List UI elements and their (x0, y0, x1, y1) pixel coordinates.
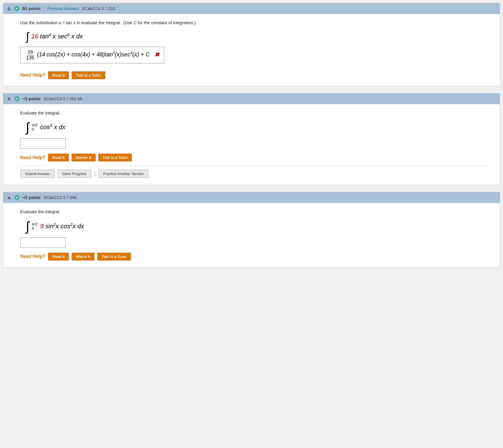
q3-bounds: π/2 0 (32, 123, 38, 131)
q4-read-it-button[interactable]: Read It (48, 253, 69, 260)
q2-separator: | (44, 6, 45, 11)
q2-red-16: 16 (31, 33, 38, 40)
q3-text: Evaluate the integral. (20, 110, 488, 116)
q3-integrand: cos5 x dx (40, 123, 65, 131)
q2-number: 2. (8, 6, 11, 11)
q3-lower-bound: 0 (32, 127, 38, 131)
question-4: 4. + –/1 points SCalcCC4 5.7.006. Evalua… (3, 192, 500, 268)
q4-points: –/1 points (22, 195, 41, 200)
q2-prev-answers-link[interactable]: Previous Answers (48, 6, 79, 11)
question-4-header: 4. + –/1 points SCalcCC4 5.7.006. (3, 192, 500, 203)
q3-action-row: Submit Answer Save Progress | Practice A… (20, 166, 488, 178)
q2-talk-tutor-button[interactable]: Talk to a Tutor (72, 71, 105, 79)
question-3-header: 3. + –/1 points SCalcCC4 5.7.002.MI. (3, 93, 500, 104)
q3-save-button[interactable]: Save Progress (57, 170, 91, 178)
q3-read-it-button[interactable]: Read It (48, 154, 69, 161)
q4-red-9: 9 (40, 223, 44, 230)
q4-talk-tutor-button[interactable]: Talk to a Tutor (97, 253, 131, 260)
q4-lower-bound: 0 (32, 226, 38, 231)
question-3: 3. + –/1 points SCalcCC4 5.7.002.MI. Eva… (3, 93, 500, 185)
q3-plus-icon: + (14, 96, 19, 101)
q2-answer-display: 16 135 (14 cos(2x) + cos(4x) + 48)tan5(x… (20, 47, 164, 63)
q4-text: Evaluate the integral. (20, 209, 488, 215)
q2-integrand: 16 tan4 x sec6 x dx (31, 32, 83, 40)
q3-body: Evaluate the integral. ∫ π/2 0 cos5 x dx… (3, 104, 500, 185)
q3-divider: | (94, 171, 96, 177)
question-2-header: 2. + 0/1 points | Previous Answers SCalc… (3, 3, 500, 14)
q4-answer-container (20, 237, 488, 248)
q2-integral-sign: ∫ (26, 31, 29, 42)
q2-need-help-label: Need Help? (20, 73, 45, 78)
q4-integral-sign: ∫ (26, 220, 30, 233)
q2-need-help-row: Need Help? Read It Talk to a Tutor (20, 71, 488, 79)
q4-plus-icon: + (14, 195, 19, 200)
q4-integral: ∫ π/2 0 9 sin2x cos2x dx (26, 220, 488, 233)
q2-body: Use the substitution u = tan x to evalua… (3, 14, 500, 86)
q4-integrand: 9 sin2x cos2x dx (40, 222, 84, 230)
q2-plus-icon: + (14, 6, 19, 11)
q4-need-help-label: Need Help? (20, 254, 45, 259)
q2-wrong-icon: ✖ (154, 51, 159, 57)
q2-read-it-button[interactable]: Read It (48, 71, 69, 79)
q2-text: Use the substitution u = tan x to evalua… (20, 20, 488, 26)
q3-integral-sign: ∫ (26, 121, 30, 134)
q2-points: 0/1 points (22, 6, 41, 11)
q3-upper-bound: π/2 (32, 123, 38, 127)
q3-master-it-button[interactable]: Master It (72, 154, 95, 161)
q3-talk-tutor-button[interactable]: Talk to a Tutor (98, 154, 132, 161)
q4-answer-input[interactable] (20, 237, 66, 248)
q2-code-ref: SCalcCC4 5.7.010. (82, 6, 116, 11)
q3-number: 3. (8, 96, 11, 101)
q3-need-help-label: Need Help? (20, 155, 45, 160)
q4-number: 4. (8, 195, 11, 200)
q4-watch-it-button[interactable]: Watch It (72, 253, 94, 260)
q3-points: –/1 points (22, 96, 41, 101)
q3-code-ref: SCalcCC4 5.7.002.MI. (44, 96, 83, 101)
q3-need-help-row: Need Help? Read It Master It Talk to a T… (20, 154, 488, 161)
q3-answer-input[interactable] (20, 138, 66, 149)
q4-code-ref: SCalcCC4 5.7.006. (44, 195, 78, 200)
q2-integral: ∫ 16 tan4 x sec6 x dx (26, 31, 488, 42)
q2-answer-formula: (14 cos(2x) + cos(4x) + 48)tan5(x)sec4(x… (37, 51, 151, 57)
q3-answer-container (20, 138, 488, 149)
q2-frac: 16 135 (26, 49, 35, 61)
q3-submit-button[interactable]: Submit Answer (20, 170, 55, 178)
q4-need-help-row: Need Help? Read It Watch It Talk to a Tu… (20, 253, 488, 260)
q3-practice-button[interactable]: Practice Another Version (98, 170, 149, 178)
q4-bounds: π/2 0 (32, 222, 38, 231)
q3-integral: ∫ π/2 0 cos5 x dx (26, 121, 488, 134)
question-2: 2. + 0/1 points | Previous Answers SCalc… (3, 3, 500, 86)
q4-upper-bound: π/2 (32, 222, 38, 226)
q4-body: Evaluate the integral. ∫ π/2 0 9 sin2x c… (3, 203, 500, 267)
